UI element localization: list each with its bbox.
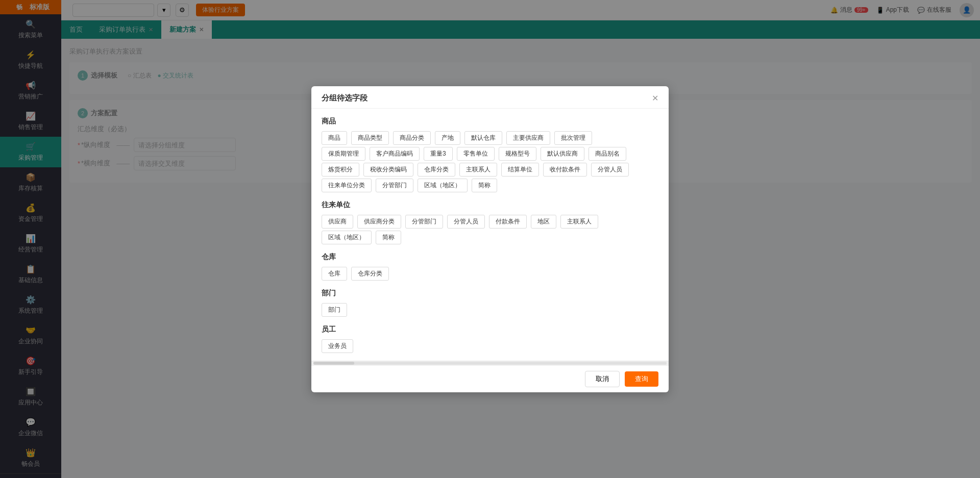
modal-horizontal-scrollbar[interactable] <box>311 361 669 365</box>
field-partner-division-person[interactable]: 分管人员 <box>447 215 485 229</box>
field-product-type[interactable]: 商品类型 <box>351 131 389 145</box>
modal-body[interactable]: 商品 商品 商品类型 商品分类 产地 默认仓库 主要供应商 批次管理 保质期管理… <box>311 109 669 361</box>
confirm-button[interactable]: 查询 <box>625 371 658 387</box>
group-title-product: 商品 <box>322 117 658 126</box>
field-batch-management[interactable]: 批次管理 <box>554 131 592 145</box>
group-title-partner: 往来单位 <box>322 200 658 210</box>
field-spec-model[interactable]: 规格型号 <box>499 147 536 161</box>
field-retail-unit[interactable]: 零售单位 <box>457 147 495 161</box>
field-supplier[interactable]: 供应商 <box>322 215 353 229</box>
cancel-button[interactable]: 取消 <box>585 371 620 387</box>
fields-row-product-2: 保质期管理 客户商品编码 重量3 零售单位 规格型号 默认供应商 商品别名 <box>322 147 658 161</box>
field-settlement-unit[interactable]: 结算单位 <box>501 163 539 177</box>
field-default-warehouse[interactable]: 默认仓库 <box>464 131 502 145</box>
field-refine-points[interactable]: 炼货积分 <box>322 163 359 177</box>
field-select-modal: 分组待选字段 ✕ 商品 商品 商品类型 商品分类 产地 默认仓库 主要供应商 批… <box>311 86 669 392</box>
group-title-warehouse: 仓库 <box>322 253 658 262</box>
fields-row-product-4: 往来单位分类 分管部门 区域（地区） 简称 <box>322 179 658 192</box>
field-warehouse-category[interactable]: 仓库分类 <box>418 163 455 177</box>
fields-row-warehouse: 仓库 仓库分类 <box>322 267 658 281</box>
field-assigned-person[interactable]: 分管人员 <box>591 163 629 177</box>
modal-overlay: 分组待选字段 ✕ 商品 商品 商品类型 商品分类 产地 默认仓库 主要供应商 批… <box>0 0 980 478</box>
field-salesperson[interactable]: 业务员 <box>322 339 353 353</box>
fields-row-dept: 部门 <box>322 303 658 317</box>
group-title-employee: 员工 <box>322 325 658 334</box>
field-dept[interactable]: 部门 <box>322 303 347 317</box>
field-main-contact[interactable]: 主联系人 <box>459 163 497 177</box>
field-supplier-category[interactable]: 供应商分类 <box>357 215 401 229</box>
field-abbreviation[interactable]: 简称 <box>472 179 497 192</box>
fields-row-partner-1: 供应商 供应商分类 分管部门 分管人员 付款条件 地区 主联系人 <box>322 215 658 229</box>
field-partner-main-contact[interactable]: 主联系人 <box>560 215 598 229</box>
field-origin[interactable]: 产地 <box>435 131 460 145</box>
field-main-supplier[interactable]: 主要供应商 <box>506 131 550 145</box>
modal-close-button[interactable]: ✕ <box>652 93 658 103</box>
hscroll-thumb <box>313 362 354 365</box>
field-region-area[interactable]: 区域（地区） <box>418 179 468 192</box>
modal-header: 分组待选字段 ✕ <box>311 86 669 109</box>
hscroll-track <box>313 362 667 365</box>
field-weight3[interactable]: 重量3 <box>424 147 453 161</box>
field-customer-product-code[interactable]: 客户商品编码 <box>370 147 420 161</box>
field-partner-region[interactable]: 区域（地区） <box>322 231 372 244</box>
field-partner-division-dept[interactable]: 分管部门 <box>405 215 443 229</box>
field-warehouse-type[interactable]: 仓库分类 <box>351 267 389 281</box>
modal-title: 分组待选字段 <box>322 93 368 103</box>
field-product-alias[interactable]: 商品别名 <box>589 147 626 161</box>
field-payment-conditions[interactable]: 收付款条件 <box>543 163 587 177</box>
fields-row-product-3: 炼货积分 税收分类编码 仓库分类 主联系人 结算单位 收付款条件 分管人员 <box>322 163 658 177</box>
field-product-category[interactable]: 商品分类 <box>393 131 431 145</box>
group-title-dept: 部门 <box>322 289 658 298</box>
field-expiry-management[interactable]: 保质期管理 <box>322 147 365 161</box>
field-product[interactable]: 商品 <box>322 131 347 145</box>
field-district[interactable]: 地区 <box>531 215 556 229</box>
field-partner-category[interactable]: 往来单位分类 <box>322 179 372 192</box>
field-partner-abbr[interactable]: 简称 <box>376 231 401 244</box>
fields-row-partner-2: 区域（地区） 简称 <box>322 231 658 244</box>
modal-footer: 取消 查询 <box>311 365 669 392</box>
field-division-dept[interactable]: 分管部门 <box>376 179 413 192</box>
field-payment-term[interactable]: 付款条件 <box>489 215 527 229</box>
fields-row-employee: 业务员 <box>322 339 658 353</box>
field-warehouse[interactable]: 仓库 <box>322 267 347 281</box>
field-tax-code[interactable]: 税收分类编码 <box>363 163 413 177</box>
field-default-supplier[interactable]: 默认供应商 <box>541 147 584 161</box>
fields-row-product-1: 商品 商品类型 商品分类 产地 默认仓库 主要供应商 批次管理 <box>322 131 658 145</box>
